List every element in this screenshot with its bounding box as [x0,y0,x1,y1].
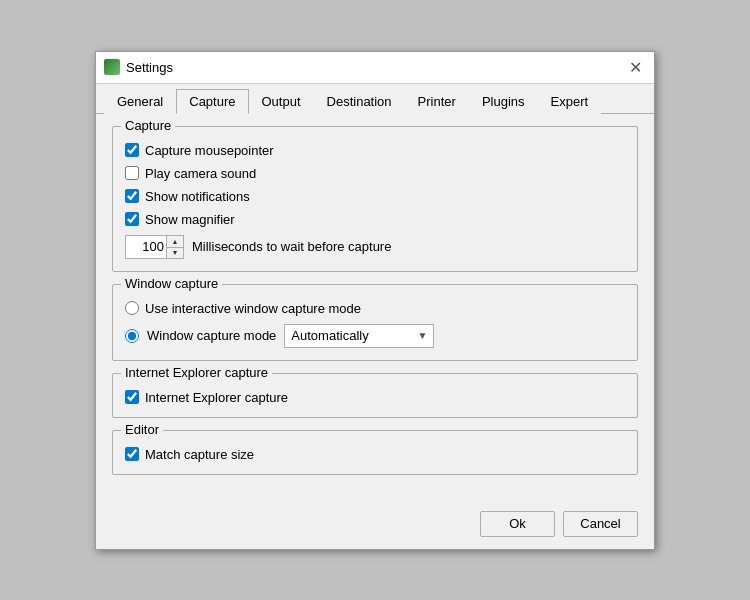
editor-group: Editor Match capture size [112,430,638,475]
spinner-buttons: ▲ ▼ [166,236,183,258]
tab-output[interactable]: Output [249,89,314,114]
show-notifications-checkbox[interactable] [125,189,139,203]
ie-capture-row: Internet Explorer capture [125,390,625,405]
tab-destination[interactable]: Destination [314,89,405,114]
milliseconds-input[interactable] [126,236,166,258]
play-camera-sound-label: Play camera sound [145,166,256,181]
show-notifications-label: Show notifications [145,189,250,204]
spinner-up-button[interactable]: ▲ [167,236,183,247]
window-capture-group-label: Window capture [121,276,222,291]
milliseconds-label: Milliseconds to wait before capture [192,239,391,254]
settings-window: Settings ✕ General Capture Output Destin… [95,51,655,550]
show-notifications-row: Show notifications [125,189,625,204]
window-capture-mode-label: Window capture mode [147,328,276,343]
tab-general[interactable]: General [104,89,176,114]
tab-expert[interactable]: Expert [538,89,602,114]
show-magnifier-row: Show magnifier [125,212,625,227]
match-capture-size-row: Match capture size [125,447,625,462]
cancel-button[interactable]: Cancel [563,511,638,537]
ok-button[interactable]: Ok [480,511,555,537]
tab-plugins[interactable]: Plugins [469,89,538,114]
capture-mousepointer-label: Capture mousepointer [145,143,274,158]
use-interactive-row: Use interactive window capture mode [125,301,625,316]
show-magnifier-checkbox[interactable] [125,212,139,226]
spinner-container: ▲ ▼ [125,235,184,259]
tab-bar: General Capture Output Destination Print… [96,84,654,114]
ie-capture-checkbox[interactable] [125,390,139,404]
app-icon [104,59,120,75]
tab-printer[interactable]: Printer [405,89,469,114]
dropdown-arrow-icon: ▼ [417,330,427,341]
use-interactive-label: Use interactive window capture mode [145,301,361,316]
window-capture-mode-radio[interactable] [125,329,139,343]
use-interactive-radio[interactable] [125,301,139,315]
show-magnifier-label: Show magnifier [145,212,235,227]
window-capture-group: Window capture Use interactive window ca… [112,284,638,361]
window-capture-mode-row: Window capture mode Automatically ▼ [125,324,625,348]
tab-content: Capture Capture mousepointer Play camera… [96,114,654,503]
match-capture-size-label: Match capture size [145,447,254,462]
play-camera-sound-row: Play camera sound [125,166,625,181]
editor-group-label: Editor [121,422,163,437]
capture-mousepointer-checkbox[interactable] [125,143,139,157]
tab-capture[interactable]: Capture [176,89,248,114]
dropdown-value: Automatically [291,328,368,343]
close-button[interactable]: ✕ [624,56,646,78]
ie-capture-label: Internet Explorer capture [145,390,288,405]
ie-capture-group: Internet Explorer capture Internet Explo… [112,373,638,418]
title-bar-left: Settings [104,59,173,75]
capture-mousepointer-row: Capture mousepointer [125,143,625,158]
spinner-down-button[interactable]: ▼ [167,247,183,258]
capture-group: Capture Capture mousepointer Play camera… [112,126,638,272]
bottom-buttons: Ok Cancel [96,503,654,549]
window-title: Settings [126,60,173,75]
play-camera-sound-checkbox[interactable] [125,166,139,180]
ie-capture-group-label: Internet Explorer capture [121,365,272,380]
milliseconds-row: ▲ ▼ Milliseconds to wait before capture [125,235,625,259]
title-bar: Settings ✕ [96,52,654,84]
match-capture-size-checkbox[interactable] [125,447,139,461]
window-capture-dropdown[interactable]: Automatically ▼ [284,324,434,348]
capture-group-label: Capture [121,118,175,133]
